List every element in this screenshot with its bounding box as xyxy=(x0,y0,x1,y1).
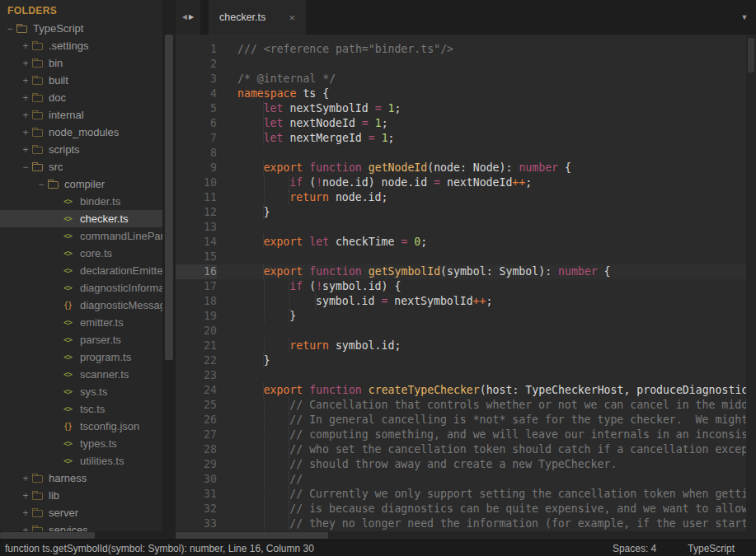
editor-vscrollbar-thumb[interactable] xyxy=(748,38,754,72)
expand-icon[interactable]: − xyxy=(19,161,32,173)
code-line[interactable]: 10if (!node.id) node.id = nextNodeId++; xyxy=(176,175,746,190)
code-file-icon: <> xyxy=(63,316,80,329)
sidebar-scrollbar-track[interactable] xyxy=(162,0,176,540)
sidebar-file-item[interactable]: <>types.ts xyxy=(0,435,162,452)
expand-icon[interactable]: + xyxy=(19,110,32,121)
line-number: 24 xyxy=(176,383,217,398)
code-line[interactable]: 14export let checkTime = 0; xyxy=(176,235,746,250)
code-editor[interactable]: 1/// <reference path="binder.ts"/>23/* @… xyxy=(176,35,746,531)
code-line[interactable]: 30// xyxy=(176,472,746,487)
close-icon[interactable]: × xyxy=(289,12,295,23)
sidebar-hscrollbar-track[interactable] xyxy=(0,531,176,540)
tab-scroll-right-icon[interactable]: ▶ xyxy=(189,14,194,21)
sidebar-folder-item[interactable]: +scripts xyxy=(0,141,162,158)
code-line[interactable]: 12} xyxy=(176,205,746,220)
sidebar-file-item[interactable]: {}diagnosticMessages.json xyxy=(0,297,162,314)
sidebar-file-item[interactable]: <>scanner.ts xyxy=(0,366,162,383)
sidebar-folder-item[interactable]: +doc xyxy=(0,89,162,106)
code-line[interactable]: 9export function getNodeId(node: Node): … xyxy=(176,161,746,175)
expand-icon[interactable]: + xyxy=(19,473,32,484)
sidebar-folder-item[interactable]: +internal xyxy=(0,106,162,124)
sidebar-folder-item[interactable]: +server xyxy=(0,504,162,521)
sidebar-folder-item[interactable]: −src xyxy=(0,158,162,175)
sidebar-file-item[interactable]: <>binder.ts xyxy=(0,193,162,210)
expand-icon[interactable]: + xyxy=(19,127,32,138)
code-line[interactable]: 23 xyxy=(176,368,746,383)
expand-icon[interactable]: + xyxy=(19,144,32,156)
code-line[interactable]: 27// computing something, and we will le… xyxy=(176,428,746,442)
expand-icon[interactable]: + xyxy=(19,507,32,519)
code-line[interactable]: 6let nextNodeId = 1; xyxy=(176,116,746,131)
code-line[interactable]: 24export function createTypeChecker(host… xyxy=(176,383,746,398)
code-line[interactable]: 32// is because diagnostics can be quite… xyxy=(176,502,746,516)
json-file-icon: {} xyxy=(63,420,80,432)
code-line[interactable]: 2 xyxy=(176,57,746,72)
expand-icon[interactable]: + xyxy=(19,40,32,52)
sidebar-file-item[interactable]: <>core.ts xyxy=(0,245,162,262)
line-number: 2 xyxy=(176,57,217,72)
sidebar-file-item[interactable]: <>utilities.ts xyxy=(0,452,162,470)
sidebar-file-item[interactable]: <>checker.ts xyxy=(0,210,162,227)
code-line[interactable]: 8 xyxy=(176,146,746,161)
code-line[interactable]: 1/// <reference path="binder.ts"/> xyxy=(176,42,746,57)
code-line[interactable]: 4namespace ts { xyxy=(176,86,746,101)
editor-hscrollbar-track[interactable] xyxy=(176,531,756,540)
code-line[interactable]: 11return node.id; xyxy=(176,190,746,205)
sidebar-folder-item[interactable]: +services xyxy=(0,521,162,531)
line-number: 17 xyxy=(176,279,217,294)
editor-vscrollbar-track[interactable] xyxy=(746,35,756,531)
sidebar-file-item[interactable]: <>diagnosticInformationMap.generated.ts xyxy=(0,279,162,297)
code-line[interactable]: 13 xyxy=(176,220,746,235)
sidebar-file-item[interactable]: <>tsc.ts xyxy=(0,400,162,418)
expand-icon[interactable]: − xyxy=(3,23,16,35)
expand-icon[interactable]: + xyxy=(19,75,32,86)
tab-scroll-left-icon[interactable]: ◀ xyxy=(182,14,187,21)
sidebar-folder-item[interactable]: +.settings xyxy=(0,37,162,54)
sidebar-folder-item[interactable]: +built xyxy=(0,72,162,89)
sidebar-folder-item[interactable]: +lib xyxy=(0,487,162,504)
sidebar-folder-item[interactable]: −compiler xyxy=(0,175,162,193)
editor-hscrollbar-thumb[interactable] xyxy=(176,532,328,539)
code-line[interactable]: 22} xyxy=(176,353,746,368)
tab-overflow-icon[interactable]: ▼ xyxy=(737,0,752,35)
code-line[interactable]: 21return symbol.id; xyxy=(176,339,746,353)
code-line[interactable]: 17if (!symbol.id) { xyxy=(176,279,746,294)
code-line[interactable]: 16export function getSymbolId(symbol: Sy… xyxy=(176,264,746,279)
code-file-icon: <> xyxy=(63,403,80,415)
expand-icon[interactable]: + xyxy=(19,525,32,532)
sidebar-folder-item[interactable]: −TypeScript xyxy=(0,20,162,37)
code-line[interactable]: 19} xyxy=(176,309,746,324)
sidebar-scrollbar-thumb[interactable] xyxy=(165,35,173,360)
expand-icon[interactable]: + xyxy=(19,92,32,104)
status-indent-setting[interactable]: Spaces: 4 xyxy=(613,543,656,554)
code-line[interactable]: 5let nextSymbolId = 1; xyxy=(176,101,746,116)
code-line[interactable]: 3/* @internal */ xyxy=(176,72,746,86)
code-line[interactable]: 29// should throw away and create a new … xyxy=(176,457,746,472)
sidebar-folder-item[interactable]: +harness xyxy=(0,470,162,487)
sidebar-file-item[interactable]: <>emitter.ts xyxy=(0,314,162,331)
code-line[interactable]: 7let nextMergeId = 1; xyxy=(176,131,746,146)
code-line[interactable]: 33// they no longer need the information… xyxy=(176,516,746,531)
code-line[interactable]: 15 xyxy=(176,250,746,264)
code-line[interactable]: 18symbol.id = nextSymbolId++; xyxy=(176,294,746,309)
sidebar-file-item[interactable]: <>sys.ts xyxy=(0,383,162,400)
code-line[interactable]: 28// who set the cancellation token shou… xyxy=(176,442,746,457)
sidebar-folder-item[interactable]: +node_modules xyxy=(0,124,162,141)
status-syntax[interactable]: TypeScript xyxy=(688,543,735,554)
sidebar-folder-item[interactable]: +bin xyxy=(0,54,162,72)
code-line[interactable]: 25// Cancellation that controls whether … xyxy=(176,398,746,413)
expand-icon[interactable]: + xyxy=(19,58,32,69)
expand-icon[interactable]: − xyxy=(35,179,48,190)
sidebar-file-item[interactable]: <>program.ts xyxy=(0,348,162,366)
sidebar-hscrollbar-thumb[interactable] xyxy=(0,532,95,539)
code-line[interactable]: 26// In general cancelling is *not* safe… xyxy=(176,413,746,428)
code-line[interactable]: 31// Currently we only support setting t… xyxy=(176,487,746,502)
sidebar-file-item[interactable]: <>commandLineParser.ts xyxy=(0,227,162,245)
expand-icon[interactable]: + xyxy=(19,490,32,502)
code-line[interactable]: 20 xyxy=(176,324,746,339)
tab-checker-ts[interactable]: checker.ts × xyxy=(209,0,306,35)
status-symbol-position: function ts.getSymbolId(symbol: Symbol):… xyxy=(0,543,314,554)
sidebar-file-item[interactable]: <>declarationEmitter.ts xyxy=(0,262,162,279)
sidebar-file-item[interactable]: {}tsconfig.json xyxy=(0,418,162,435)
sidebar-file-item[interactable]: <>parser.ts xyxy=(0,331,162,348)
